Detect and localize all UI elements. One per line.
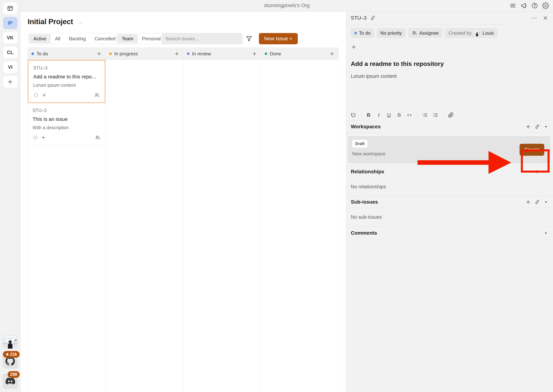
priority-dashed-circle-icon[interactable] (33, 92, 39, 98)
attachment-paperclip-icon[interactable] (448, 112, 454, 118)
github-stars-badge: ★ 21k (3, 351, 20, 358)
issue-card-stu-3[interactable]: STU–3 Add a readme to this repo... Lorum… (28, 60, 105, 103)
discord-count-badge: 298 (8, 371, 20, 378)
relationships-section-title: Relationships (351, 169, 384, 175)
add-workspace-icon[interactable] (525, 124, 531, 129)
chevron-right-icon[interactable] (544, 231, 548, 235)
filter-tab-all[interactable]: All (51, 34, 65, 43)
add-label-icon[interactable] (42, 92, 47, 98)
underline-button[interactable]: U (386, 112, 392, 118)
status-dot-todo (354, 32, 357, 34)
bold-button[interactable]: B (366, 112, 371, 118)
github-stars-count: 21k (10, 352, 17, 357)
copy-link-icon[interactable] (370, 15, 376, 21)
topbar-icons (510, 2, 549, 9)
discord-icon (5, 378, 15, 385)
discord-count: 298 (10, 372, 17, 377)
star-icon: ★ (6, 352, 9, 357)
sidebar-item-workspace-ip[interactable]: IP (3, 17, 17, 29)
filter-tab-personal[interactable]: Personal (138, 34, 165, 43)
link-workspace-icon[interactable] (534, 124, 540, 129)
workspace-sidebar: IP VK CL VI ★ 21k 298 (0, 0, 21, 392)
filter-tab-backlog[interactable]: Backlog (65, 34, 90, 43)
sidebar-item-workspace-vi[interactable]: VI (3, 61, 17, 73)
editor-area[interactable] (346, 79, 553, 109)
topbar: stunningpixels's Org (21, 0, 553, 12)
relationships-section-controls (534, 169, 548, 175)
code-icon[interactable] (407, 112, 412, 118)
close-icon[interactable] (542, 15, 548, 21)
help-icon[interactable] (531, 2, 538, 9)
priority-dashed-circle-icon[interactable] (33, 135, 38, 140)
panel-header-actions: ⋯ (531, 15, 548, 21)
search-input[interactable] (162, 33, 243, 44)
undo-icon[interactable] (351, 112, 356, 118)
card-footer (33, 135, 101, 140)
filter-tab-cancelled[interactable]: Cancelled (90, 34, 120, 43)
org-title: stunningpixels's Org (21, 3, 553, 8)
comments-section-header: Comments (346, 227, 553, 239)
add-issue-done-button[interactable] (329, 51, 335, 56)
panel-issue-id: STU–3 (351, 15, 366, 21)
issue-description: With a description (33, 125, 101, 130)
created-by-label: Created by (449, 30, 472, 36)
status-dot-in-progress (109, 52, 112, 55)
add-issue-in-review-button[interactable] (252, 51, 257, 56)
chevron-down-icon[interactable] (544, 169, 548, 174)
panel-menu-dots[interactable]: ⋯ (531, 16, 537, 20)
add-label-icon[interactable] (41, 135, 46, 140)
numbered-list-icon[interactable] (432, 112, 438, 118)
add-issue-todo-button[interactable] (96, 51, 102, 56)
toolbar-separator (443, 112, 443, 119)
status-pill[interactable]: To do (351, 28, 374, 38)
filter-tab-team[interactable]: Team (117, 34, 138, 43)
card-footer (33, 92, 100, 98)
dashboard-tile-button[interactable] (3, 2, 17, 14)
user-avatar[interactable] (3, 335, 18, 349)
relationships-empty-state: No relationships (346, 177, 553, 196)
chevron-down-icon[interactable] (544, 124, 548, 129)
github-link-tile[interactable]: ★ 21k (3, 354, 18, 369)
draft-badge: Draft (352, 140, 367, 148)
create-workspace-button[interactable]: Create (520, 144, 544, 156)
priority-pill[interactable]: No priority (377, 28, 405, 38)
assignee-pill-label: Assignee (419, 30, 439, 36)
add-attribute-icon[interactable] (351, 44, 548, 50)
announcements-icon[interactable] (520, 2, 527, 9)
add-issue-in-progress-button[interactable] (174, 51, 180, 56)
plus-icon (7, 79, 14, 85)
new-issue-button[interactable]: New Issue + (259, 33, 298, 44)
subissues-section-title: Sub-issues (351, 199, 378, 205)
menu-icon[interactable] (510, 2, 516, 9)
page-title: Initial Project (28, 17, 73, 26)
sidebar-item-workspace-cl[interactable]: CL (3, 46, 17, 58)
github-icon (6, 357, 15, 366)
issue-detail-body[interactable]: Lorum ipsum content (346, 67, 553, 79)
sidebar-item-workspace-vk[interactable]: VK (3, 32, 17, 44)
issue-detail-title[interactable]: Add a readme to this repository (346, 55, 553, 67)
column-header-done: Done (261, 48, 339, 60)
comments-section-title: Comments (351, 230, 377, 236)
column-header-todo: To do (28, 48, 105, 60)
assignees-icon[interactable] (94, 92, 100, 98)
chevron-down-icon[interactable] (544, 200, 548, 204)
status-filter-group: Active All Backlog Cancelled (28, 33, 121, 44)
italic-button[interactable]: I (376, 112, 381, 118)
strikethrough-button[interactable]: S (396, 112, 402, 118)
discord-link-tile[interactable]: 298 (3, 374, 18, 389)
add-subissue-icon[interactable] (525, 199, 531, 205)
filter-funnel-icon[interactable] (245, 35, 253, 42)
workspaces-section-title: Workspaces (351, 124, 381, 130)
add-workspace-button[interactable] (3, 76, 17, 88)
settings-gear-icon[interactable] (542, 2, 549, 9)
assignee-pill[interactable]: Assignee (408, 28, 442, 38)
assignees-icon[interactable] (95, 135, 101, 140)
add-relationship-icon[interactable] (534, 169, 540, 175)
issue-card-stu-2[interactable]: STU–2 This is an issue With a descriptio… (28, 103, 105, 145)
link-subissue-icon[interactable] (534, 199, 540, 205)
filter-tab-active[interactable]: Active (29, 34, 51, 43)
created-by-pill[interactable]: Created by Louis (445, 28, 497, 38)
draft-workspace-name[interactable]: New workspace (352, 151, 546, 157)
project-menu-dots[interactable]: ⋯ (78, 19, 83, 26)
bullet-list-icon[interactable] (422, 112, 428, 118)
